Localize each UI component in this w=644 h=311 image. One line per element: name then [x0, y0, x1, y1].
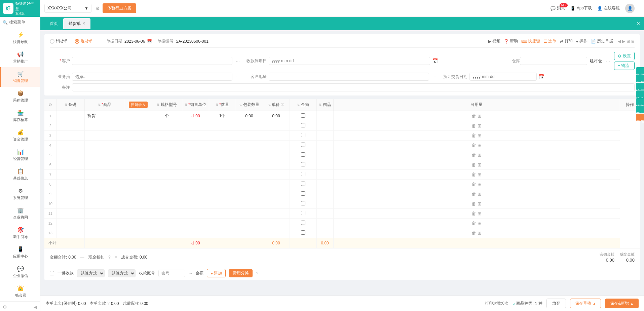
sidebar-item-quick-nav[interactable]: ⚡快捷导航 — [0, 28, 40, 48]
payment-account-input[interactable] — [158, 270, 185, 277]
float-lock-btn[interactable]: 锁定 — [636, 75, 644, 82]
row-product-8[interactable] — [84, 180, 125, 189]
sidebar-item-sales[interactable]: 🛒销售管理 — [0, 67, 40, 87]
payment-more-icon[interactable]: ··· — [189, 271, 192, 276]
sidebar-item-member[interactable]: 👑畅会员 — [0, 282, 40, 301]
row-product-2[interactable] — [84, 121, 125, 131]
row-barcode-11[interactable] — [56, 209, 84, 219]
row-spec-4[interactable] — [125, 141, 152, 150]
row-spec-12[interactable] — [125, 219, 152, 228]
discount-help-icon[interactable]: ? — [108, 255, 111, 260]
delete-icon[interactable]: 🗑 — [471, 172, 476, 177]
row-product-6[interactable] — [84, 160, 125, 170]
sidebar-item-apps[interactable]: 📱应用中心 — [0, 243, 40, 262]
row-quantity-8[interactable] — [182, 180, 209, 189]
row-barcode-5[interactable] — [56, 150, 84, 160]
row-unit-price-2[interactable] — [236, 121, 263, 131]
th-gear[interactable]: ⚙ — [44, 99, 56, 111]
row-gift-10[interactable] — [290, 199, 316, 209]
row-barcode-9[interactable] — [56, 189, 84, 199]
payment-date-input[interactable] — [269, 57, 430, 65]
save-new-btn[interactable]: 保存&新增 ▲ — [605, 299, 639, 308]
topbar-gear-icon[interactable]: ⚙ — [96, 6, 100, 11]
row-gift-2[interactable] — [290, 121, 316, 131]
row-spec-13[interactable] — [125, 228, 152, 238]
delete-icon[interactable]: 🗑 — [471, 143, 476, 148]
row-barcode-4[interactable] — [56, 141, 84, 150]
row-quantity-5[interactable] — [182, 150, 209, 160]
row-quantity-7[interactable] — [182, 170, 209, 180]
row-spec-6[interactable] — [125, 160, 152, 170]
copy-icon[interactable]: ⊞ — [478, 133, 482, 138]
sidebar-item-inventory[interactable]: 🏪库存核算 — [0, 106, 40, 126]
tabbar-close-btn[interactable]: × — [637, 21, 640, 27]
toolbar-history[interactable]: 📄 历史单据 — [591, 38, 613, 44]
float-comment-btn[interactable]: 评论 — [636, 83, 644, 90]
float-message-btn[interactable]: 消息 — [636, 67, 644, 75]
sidebar-search[interactable]: 🔍 搜索菜单 — [0, 17, 40, 28]
row-product-11[interactable] — [84, 209, 125, 219]
row-spec-3[interactable] — [125, 131, 152, 141]
warehouse-input[interactable] — [520, 57, 587, 65]
salesperson-input[interactable] — [72, 73, 232, 81]
sidebar-item-basic-info[interactable]: 📋基础信息 — [0, 165, 40, 184]
row-unit-price-8[interactable] — [236, 180, 263, 189]
delete-icon[interactable]: 🗑 — [471, 201, 476, 206]
delivery-date-calendar-icon[interactable]: 📅 — [539, 74, 544, 79]
row-spec-9[interactable] — [125, 189, 152, 199]
collapse-icon[interactable]: ◀ — [34, 304, 37, 310]
radio-return[interactable]: 退货单 — [75, 38, 93, 44]
message-btn[interactable]: 💬 消息 99+ — [551, 5, 565, 11]
row-gift-3[interactable] — [290, 131, 316, 141]
calendar-icon[interactable]: 📅 — [147, 39, 152, 44]
toolbar-video[interactable]: ▶ 视频 — [488, 38, 500, 44]
delete-icon[interactable]: 🗑 — [471, 182, 476, 187]
delete-icon[interactable]: 🗑 — [471, 221, 476, 226]
settings-icon[interactable]: ⚙ — [3, 304, 7, 310]
row-gift-13[interactable] — [290, 228, 316, 238]
row-gift-6[interactable] — [290, 160, 316, 170]
row-spec-8[interactable] — [125, 180, 152, 189]
row-gift-8[interactable] — [290, 180, 316, 189]
row-unit-price-10[interactable] — [236, 199, 263, 209]
row-barcode-7[interactable] — [56, 170, 84, 180]
sidebar-item-wechat[interactable]: 💬企业微信 — [0, 262, 40, 282]
row-product-13[interactable] — [84, 228, 125, 238]
nav-next-icon[interactable]: ▶ — [622, 39, 625, 44]
row-quantity-2[interactable] — [182, 121, 209, 131]
list-view-icon[interactable]: ⊟ — [631, 39, 635, 44]
row-product-12[interactable] — [84, 219, 125, 228]
delete-icon[interactable]: 🗑 — [471, 191, 476, 197]
row-product-7[interactable] — [84, 170, 125, 180]
delete-icon[interactable]: 🗑 — [471, 133, 476, 138]
copy-icon[interactable]: ⊞ — [478, 230, 482, 236]
row-product-9[interactable] — [84, 189, 125, 199]
row-spec-1[interactable] — [125, 111, 152, 121]
row-unit-price-7[interactable] — [236, 170, 263, 180]
row-unit-price-6[interactable] — [236, 160, 263, 170]
tab-sales-order[interactable]: 销货单 × — [63, 18, 90, 29]
float-orange-btn[interactable]: 发布 — [636, 114, 644, 121]
row-spec-10[interactable] — [125, 199, 152, 209]
row-spec-2[interactable] — [125, 121, 152, 131]
tab-home[interactable]: 首页 — [44, 18, 63, 29]
copy-icon[interactable]: ⊞ — [478, 113, 482, 119]
copy-icon[interactable]: ⊞ — [478, 182, 482, 187]
payment-method-select[interactable]: 结算方式 — [77, 269, 105, 277]
row-gift-12[interactable] — [290, 219, 316, 228]
row-gift-11[interactable] — [290, 209, 316, 219]
nav-prev-icon[interactable]: ◀ — [618, 39, 621, 44]
toolbar-print[interactable]: 🖨 打印 — [560, 38, 573, 44]
scan-btn[interactable]: 扫码录入 — [129, 102, 148, 108]
row-quantity-3[interactable] — [182, 131, 209, 141]
one-click-payment-checkbox[interactable] — [50, 271, 54, 275]
row-product-10[interactable] — [84, 199, 125, 209]
customer-address-input[interactable] — [269, 73, 429, 81]
company-selector[interactable]: XXXXXX公司 ▼ — [44, 4, 91, 13]
row-unit-price-3[interactable] — [236, 131, 263, 141]
delete-icon[interactable]: 🗑 — [471, 123, 476, 128]
note-input[interactable] — [72, 83, 635, 91]
trial-btn[interactable]: 体验行业方案 — [103, 3, 136, 13]
row-product-3[interactable] — [84, 131, 125, 141]
row-product-5[interactable] — [84, 150, 125, 160]
